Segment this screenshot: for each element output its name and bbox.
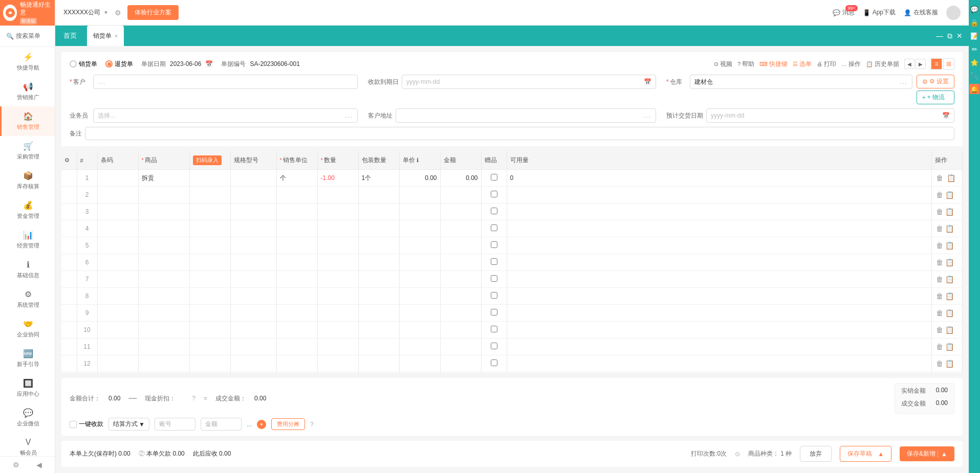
message-button[interactable]: 💬 消息 99+	[833, 8, 855, 17]
history-prev[interactable]: ◀	[904, 59, 914, 69]
row-copy-2[interactable]: 📋	[944, 190, 955, 200]
row-delete-12[interactable]: 🗑	[935, 358, 944, 369]
row-copy-10[interactable]: 📋	[944, 325, 955, 335]
minimize-button[interactable]: —	[936, 32, 943, 40]
sn-value[interactable]: SA-20230606-001	[250, 60, 299, 67]
radio-return[interactable]: 退货单	[105, 60, 133, 69]
customer-address-input[interactable]: ...	[396, 108, 656, 123]
tab-sales-order[interactable]: 销货单 ×	[87, 26, 124, 46]
right-panel-attach[interactable]: 📎	[969, 71, 979, 81]
payment-dots[interactable]: ...	[247, 421, 252, 428]
row-delete-11[interactable]: 🗑	[935, 342, 944, 352]
sidebar-item-sales[interactable]: 🏠 销售管理	[0, 106, 55, 136]
close-window-button[interactable]: ✕	[956, 32, 963, 40]
sidebar-item-system[interactable]: ⚙ 系统管理	[0, 284, 55, 314]
row-delete-3[interactable]: 🗑	[935, 207, 944, 217]
right-panel-chat[interactable]: 💬	[969, 4, 979, 14]
right-panel-note[interactable]: 📝	[969, 31, 979, 41]
row-delete-7[interactable]: 🗑	[935, 274, 944, 284]
right-panel-lock[interactable]: 🔒	[969, 17, 979, 28]
customer-input[interactable]: ...	[93, 75, 358, 89]
sidebar-item-purchase[interactable]: 🛒 采购管理	[0, 136, 55, 166]
row-copy-3[interactable]: 📋	[944, 207, 955, 217]
one-click-payment-toggle[interactable]: 一键收款	[70, 420, 103, 429]
scan-button[interactable]: 扫码录入	[193, 155, 222, 165]
sidebar-item-operation[interactable]: 📊 经营管理	[0, 225, 55, 255]
tab-home[interactable]: 首页	[55, 26, 85, 46]
save-new-button[interactable]: 保存&新增 ▲	[900, 446, 954, 461]
logistics-button[interactable]: ++ 物流	[917, 91, 954, 104]
product-type[interactable]: 商品种类：1 种	[748, 449, 792, 458]
sidebar-item-enterprise[interactable]: 🤝 企业协同	[0, 314, 55, 344]
right-panel-star[interactable]: ⭐	[969, 57, 979, 67]
action-history[interactable]: 📋 历史单据	[866, 60, 899, 69]
save-draft-chevron[interactable]: ▲	[874, 451, 884, 458]
app-download-button[interactable]: 📱 App下载	[863, 8, 896, 17]
action-operation[interactable]: … 操作	[841, 60, 861, 69]
expected-calendar-icon[interactable]: 📅	[942, 112, 950, 119]
row-unit-price-1[interactable]: 0.00	[399, 170, 440, 187]
address-dots[interactable]: ...	[643, 112, 651, 119]
product-type-circle[interactable]: ⊙	[735, 451, 740, 458]
sidebar-item-basic[interactable]: ℹ 基础信息	[0, 255, 55, 284]
payment-checkbox[interactable]	[70, 421, 77, 428]
row-copy-12[interactable]: 📋	[944, 358, 955, 369]
sidebar-item-guide[interactable]: 🆕 新手引导	[0, 344, 55, 373]
restore-button[interactable]: ⧉	[947, 32, 952, 40]
payment-date-input[interactable]: yyyy-mm-dd 📅	[402, 75, 656, 89]
row-copy-9[interactable]: 📋	[944, 308, 955, 318]
row-qty-1[interactable]: -1.00	[317, 170, 358, 187]
action-help[interactable]: ? 帮助	[737, 60, 754, 69]
row-delete-9[interactable]: 🗑	[935, 308, 944, 318]
row-copy-4[interactable]: 📋	[944, 223, 955, 234]
view-list-btn[interactable]: ≡	[931, 58, 942, 70]
trial-button[interactable]: 体验行业方案	[127, 5, 179, 20]
row-copy-7[interactable]: 📋	[944, 274, 955, 284]
view-grid-btn[interactable]: ⊞	[943, 58, 954, 70]
note-input[interactable]	[85, 127, 954, 140]
radio-sale[interactable]: 销货单	[70, 60, 97, 69]
right-panel-alert[interactable]: 🔔	[969, 84, 979, 94]
save-draft-button[interactable]: 保存草稿 ▲	[840, 446, 891, 462]
row-delete-6[interactable]: 🗑	[935, 257, 944, 267]
account-input[interactable]: 账号	[155, 418, 195, 431]
sidebar-item-marketing[interactable]: 📢 营销推广	[0, 77, 55, 106]
save-new-chevron[interactable]: ▲	[938, 451, 947, 458]
row-delete-10[interactable]: 🗑	[935, 325, 944, 335]
date-value[interactable]: 2023-06-06	[170, 60, 201, 67]
row-copy-8[interactable]: 📋	[944, 291, 955, 301]
settings-button[interactable]: ⚙⚙ 设置	[917, 75, 954, 88]
action-print[interactable]: 🖨 打印	[817, 60, 836, 69]
row-delete-8[interactable]: 🗑	[935, 291, 944, 301]
row-barcode-1[interactable]	[97, 170, 138, 187]
online-service-button[interactable]: 👤 在线客服	[904, 8, 938, 17]
sidebar-collapse-btn[interactable]: ◀	[36, 461, 42, 469]
row-gift-1[interactable]	[481, 170, 507, 187]
row-copy-5[interactable]: 📋	[944, 240, 955, 251]
help-circle[interactable]: ?	[192, 395, 195, 402]
salesperson-dots[interactable]: ...	[345, 112, 353, 119]
row-spec-1[interactable]	[230, 170, 276, 187]
payment-help-icon[interactable]: ?	[310, 421, 314, 428]
sidebar-item-inventory[interactable]: 📦 库存核算	[0, 166, 55, 195]
total-debt-help[interactable]: ②	[139, 450, 145, 457]
row-delete-4[interactable]: 🗑	[935, 223, 944, 234]
row-delete-5[interactable]: 🗑	[935, 240, 944, 251]
user-avatar[interactable]	[946, 6, 961, 20]
discard-button[interactable]: 放弃	[800, 446, 832, 462]
row-copy-6[interactable]: 📋	[944, 257, 955, 267]
customer-input-dots[interactable]: ...	[98, 78, 106, 85]
action-shortcut[interactable]: ⌨ 快捷键	[759, 60, 788, 69]
amount-input[interactable]: 金额	[201, 418, 242, 431]
warehouse-dots[interactable]: ...	[900, 78, 908, 85]
history-next[interactable]: ▶	[916, 59, 926, 69]
row-copy-11[interactable]: 📋	[944, 342, 955, 352]
salesperson-input[interactable]: 选择... ...	[93, 108, 358, 123]
right-panel-edit[interactable]: ✏	[969, 44, 979, 54]
action-select[interactable]: ☰ 选单	[793, 60, 812, 69]
sidebar-item-apps[interactable]: 🔲 应用中心	[0, 373, 55, 403]
row-copy-btn-1[interactable]: 📋	[946, 173, 956, 183]
expected-date-input[interactable]: yyyy-mm-dd 📅	[706, 108, 954, 123]
sidebar-item-shortcut[interactable]: ⚡ 快捷导航	[0, 47, 55, 77]
calc-method-select[interactable]: 结算方式 ▼	[108, 418, 149, 431]
